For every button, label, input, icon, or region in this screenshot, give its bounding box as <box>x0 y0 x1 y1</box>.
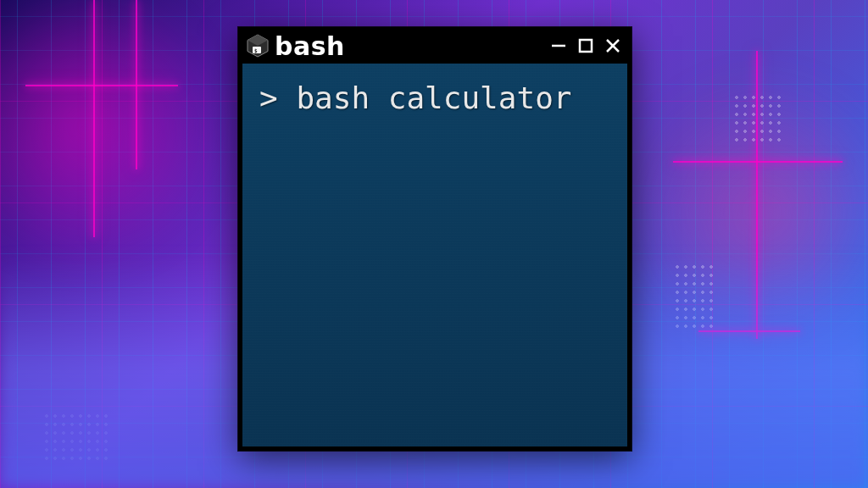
minimize-button[interactable] <box>549 36 568 55</box>
terminal-window: $ bash > bash calculator <box>238 27 632 451</box>
close-button[interactable] <box>604 36 622 55</box>
svg-rect-5 <box>580 40 592 52</box>
terminal-noise-overlay <box>242 64 627 446</box>
window-title: bash <box>275 31 544 61</box>
bash-shell-icon: $ <box>246 34 270 58</box>
window-controls <box>549 36 622 55</box>
svg-text:$: $ <box>254 47 258 53</box>
background-dots <box>732 93 783 144</box>
background-line <box>93 0 95 237</box>
background-line <box>136 0 137 169</box>
prompt-symbol: > <box>259 80 278 115</box>
terminal-line: > bash calculator <box>259 79 610 118</box>
terminal-command: bash calculator <box>296 80 571 115</box>
maximize-button[interactable] <box>576 36 595 55</box>
terminal-body[interactable]: > bash calculator <box>242 64 627 446</box>
window-titlebar[interactable]: $ bash <box>239 28 631 64</box>
background-line <box>673 161 843 163</box>
background-line <box>25 85 178 86</box>
